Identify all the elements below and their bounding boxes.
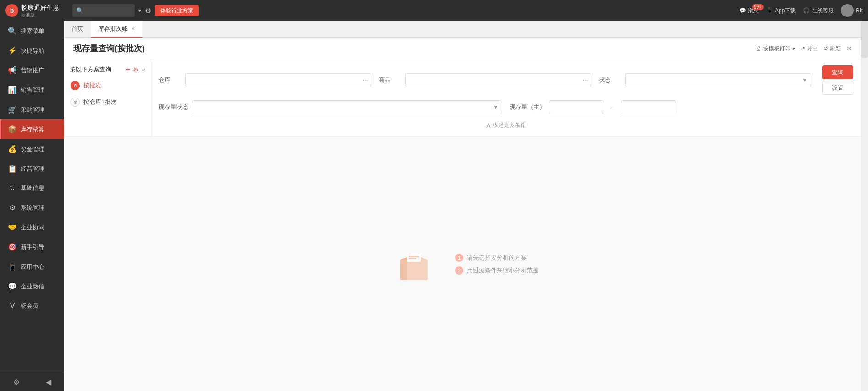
apps-icon: 📱 — [8, 262, 17, 271]
chevron-down-icon: ▾ — [792, 45, 795, 52]
filter-scheme-by-batch[interactable]: ⚙ 按批次 — [64, 77, 151, 94]
message-button[interactable]: 💬 消息 99+ — [739, 7, 759, 15]
sidebar-item-basic[interactable]: 🗂 基础信息 — [0, 179, 64, 198]
online-service-button[interactable]: 🎧 在线客服 — [803, 7, 834, 15]
stock-status-dropdown-icon[interactable]: ▼ — [493, 104, 499, 110]
page-content: 现存量查询(按批次) 🖨 按模板打印 ▾ ↗ 导出 ↺ 刷新 — [64, 38, 861, 391]
main-layout: 🔍 搜索菜单 ⚡ 快捷导航 📢 营销推广 📊 销售管理 🛒 采购管理 📦 — [0, 21, 868, 391]
goods-more-icon[interactable]: ··· — [583, 77, 588, 83]
tab-inventory-batch[interactable]: 库存批次账 × — [91, 21, 142, 38]
sidebar-item-collab[interactable]: 🤝 企业协同 — [0, 217, 64, 237]
step-2-icon: 2 — [455, 266, 463, 275]
stock-status-input[interactable] — [192, 100, 502, 114]
filter-panel: 按以下方案查询 + ⚙ « ⚙ 按批次 ⚙ 按仓库+批次 — [64, 60, 861, 137]
user-menu[interactable]: Rit — [841, 4, 863, 17]
search-input[interactable] — [85, 7, 131, 14]
sidebar-item-system[interactable]: ⚙ 系统管理 — [0, 198, 64, 217]
sidebar-item-shortcut[interactable]: ⚡ 快捷导航 — [0, 41, 64, 60]
tab-bar: 首页 库存批次账 × — [64, 21, 861, 38]
sidebar-item-finance[interactable]: 💰 资金管理 — [0, 139, 64, 159]
tab-close-button[interactable]: × — [132, 26, 135, 32]
sidebar-item-marketing[interactable]: 📢 营销推广 — [0, 60, 64, 80]
svg-rect-4 — [407, 253, 421, 262]
wechat-icon: 💬 — [8, 282, 17, 291]
basic-icon: 🗂 — [8, 184, 17, 192]
sidebar-item-apps[interactable]: 📱 应用中心 — [0, 257, 64, 277]
goods-filter-group: 商品 ··· — [379, 73, 591, 87]
scheme-inactive-icon: ⚙ — [71, 98, 80, 107]
filter-scheme-by-warehouse-batch[interactable]: ⚙ 按仓库+批次 — [64, 94, 151, 110]
status-input[interactable] — [625, 73, 811, 87]
sidebar-item-inventory[interactable]: 📦 库存核算 — [0, 119, 64, 139]
tab-home[interactable]: 首页 — [64, 21, 91, 38]
status-filter-group: 状态 ▼ — [599, 73, 811, 87]
filter-collapse-button[interactable]: « — [142, 66, 145, 73]
status-dropdown-icon[interactable]: ▼ — [802, 77, 808, 83]
app-title: 畅康通好生意 标准版 — [21, 3, 60, 17]
topbar-dropdown[interactable]: ▾ — [138, 7, 141, 14]
topbar-search-box[interactable]: 🔍 — [72, 4, 135, 17]
stock-quantity-filter-group: 现存量（主） — — [510, 100, 853, 114]
filter-action-buttons: 查询 设置 — [822, 65, 853, 95]
empty-step-2: 2 用过滤条件来缩小分析范围 — [455, 266, 538, 275]
stock-quantity-from-input[interactable] — [549, 100, 604, 114]
svg-rect-3 — [400, 260, 407, 280]
refresh-button[interactable]: ↺ 刷新 — [824, 45, 841, 53]
print-icon: 🖨 — [756, 45, 761, 52]
page-title: 现存量查询(按批次) — [73, 43, 145, 54]
system-icon: ⚙ — [8, 203, 17, 212]
refresh-icon: ↺ — [824, 45, 828, 52]
warehouse-more-icon[interactable]: ··· — [363, 77, 368, 83]
empty-step-1: 1 请先选择要分析的方案 — [455, 254, 538, 262]
app-download-button[interactable]: 📱 App下载 — [766, 7, 796, 15]
topbar-gear-icon[interactable]: ⚙ — [145, 6, 151, 15]
print-template-button[interactable]: 🖨 按模板打印 ▾ — [756, 45, 795, 53]
quantity-dash: — — [608, 104, 617, 111]
add-scheme-button[interactable]: + — [126, 65, 130, 74]
query-button[interactable]: 查询 — [822, 65, 853, 79]
sidebar-item-operations[interactable]: 📋 经营管理 — [0, 159, 64, 179]
filter-row-2: 现存量状态 ▼ 现存量（主） — — [159, 100, 853, 114]
goods-input[interactable] — [405, 73, 591, 87]
page-close-button[interactable]: × — [846, 44, 852, 54]
right-scrollbar-panel[interactable] — [861, 21, 868, 391]
sidebar-settings-button[interactable]: ⚙ — [13, 378, 20, 386]
sales-icon: 📊 — [8, 86, 17, 94]
collapse-conditions-button[interactable]: ⋀ 收起更多条件 — [159, 119, 853, 131]
page-header: 现存量查询(按批次) 🖨 按模板打印 ▾ ↗ 导出 ↺ 刷新 — [64, 38, 861, 60]
download-icon: 📱 — [766, 7, 773, 14]
shortcut-icon: ⚡ — [8, 46, 17, 55]
newbie-icon: 🎯 — [8, 243, 17, 251]
warehouse-input-wrapper: ··· — [185, 73, 371, 87]
collab-icon: 🤝 — [8, 223, 17, 232]
settings-button[interactable]: 设置 — [822, 81, 853, 95]
experience-button[interactable]: 体验行业方案 — [155, 5, 199, 16]
logo-icon: b — [5, 4, 18, 17]
search-icon: 🔍 — [76, 7, 83, 14]
sidebar-item-wechat[interactable]: 💬 企业微信 — [0, 277, 64, 296]
status-input-wrapper: ▼ — [625, 73, 811, 87]
sidebar-item-purchase[interactable]: 🛒 采购管理 — [0, 100, 64, 119]
scheme-settings-button[interactable]: ⚙ — [133, 66, 139, 73]
warehouse-input[interactable] — [185, 73, 371, 87]
purchase-icon: 🛒 — [8, 105, 17, 114]
marketing-icon: 📢 — [8, 66, 17, 75]
filter-sidebar: 按以下方案查询 + ⚙ « ⚙ 按批次 ⚙ 按仓库+批次 — [64, 60, 151, 136]
chevron-down-icon: ▾ — [138, 7, 141, 14]
stock-quantity-to-input[interactable] — [621, 100, 676, 114]
scheme-active-icon: ⚙ — [71, 81, 80, 90]
sidebar-item-newbie[interactable]: 🎯 新手引导 — [0, 237, 64, 257]
sidebar-item-member[interactable]: V 畅会员 — [0, 296, 64, 315]
warehouse-filter-group: 仓库 ··· — [159, 73, 371, 87]
sidebar-item-search[interactable]: 🔍 搜索菜单 — [0, 21, 64, 41]
filter-form: 仓库 ··· 商品 ··· — [151, 60, 861, 136]
sidebar-item-sales[interactable]: 📊 销售管理 — [0, 80, 64, 100]
sidebar-bottom: ⚙ ◀ — [0, 373, 64, 391]
topbar-right: 💬 消息 99+ 📱 App下载 🎧 在线客服 Rit — [739, 4, 863, 17]
filter-sidebar-header: 按以下方案查询 + ⚙ « — [64, 65, 151, 77]
finance-icon: 💰 — [8, 145, 17, 153]
app-logo: b 畅康通好生意 标准版 — [5, 3, 65, 17]
sidebar-collapse-button[interactable]: ◀ — [46, 378, 51, 386]
export-button[interactable]: ↗ 导出 — [801, 45, 818, 53]
stock-status-filter-group: 现存量状态 ▼ — [159, 100, 502, 114]
